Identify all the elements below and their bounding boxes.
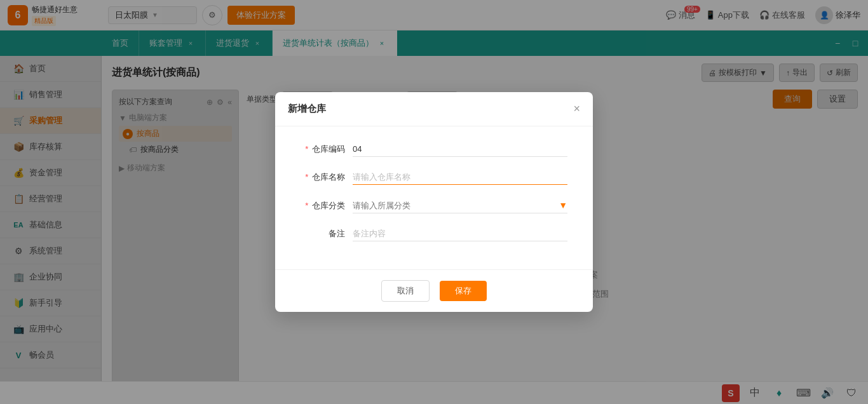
- code-input[interactable]: [353, 142, 567, 157]
- name-input[interactable]: [353, 170, 567, 185]
- code-label: * 仓库编码: [301, 144, 345, 155]
- modal-overlay[interactable]: 新增仓库 × * 仓库编码 * 仓库名称: [0, 0, 868, 404]
- remark-label: 备注: [301, 228, 345, 239]
- form-row-category: * 仓库分类 ▼: [301, 198, 567, 213]
- category-input[interactable]: [353, 201, 559, 210]
- modal-title: 新增仓库: [288, 103, 326, 115]
- form-row-remark: 备注: [301, 226, 567, 241]
- required-star-name: *: [305, 172, 308, 182]
- category-select-wrapper[interactable]: ▼: [353, 198, 567, 213]
- modal-header: 新增仓库 ×: [275, 92, 593, 126]
- remark-input[interactable]: [353, 226, 567, 241]
- form-row-name: * 仓库名称: [301, 170, 567, 185]
- category-label: * 仓库分类: [301, 200, 345, 212]
- required-star-category: *: [305, 201, 308, 210]
- name-label: * 仓库名称: [301, 172, 345, 183]
- form-row-code: * 仓库编码: [301, 142, 567, 157]
- modal-footer: 取消 保存: [275, 269, 593, 312]
- modal-body: * 仓库编码 * 仓库名称 * 仓库分类: [275, 126, 593, 269]
- required-star-code: *: [305, 144, 308, 154]
- modal-close-button[interactable]: ×: [573, 102, 580, 116]
- add-warehouse-modal: 新增仓库 × * 仓库编码 * 仓库名称: [275, 92, 593, 312]
- save-button[interactable]: 保存: [440, 281, 487, 301]
- cancel-button[interactable]: 取消: [381, 280, 430, 302]
- category-dropdown-icon: ▼: [559, 200, 567, 210]
